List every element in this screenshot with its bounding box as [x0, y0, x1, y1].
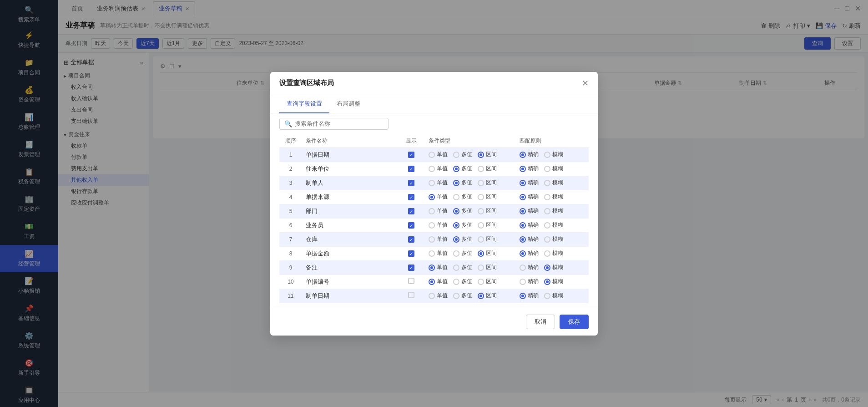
type-range-radio[interactable]: [478, 152, 484, 158]
match-exact-radio[interactable]: [520, 222, 526, 229]
match-exact-label[interactable]: 精确: [520, 151, 539, 158]
match-fuzzy-radio[interactable]: [544, 265, 550, 271]
type-multi-label[interactable]: 多值: [453, 193, 472, 201]
type-range-radio[interactable]: [478, 279, 484, 285]
show-checkbox[interactable]: ✓: [408, 265, 414, 271]
cell-show[interactable]: ✓: [398, 151, 425, 158]
type-single-radio[interactable]: [429, 250, 435, 257]
match-fuzzy-label[interactable]: 模糊: [544, 207, 563, 215]
type-multi-label[interactable]: 多值: [453, 235, 472, 243]
show-checkbox[interactable]: ✓: [408, 222, 414, 229]
show-checkbox[interactable]: ✓: [408, 194, 414, 200]
match-fuzzy-radio[interactable]: [544, 152, 550, 158]
show-checkbox[interactable]: ✓: [408, 236, 414, 243]
type-multi-label[interactable]: 多值: [453, 179, 472, 187]
match-fuzzy-label[interactable]: 模糊: [544, 221, 563, 229]
match-exact-label[interactable]: 精确: [520, 249, 539, 257]
type-multi-radio[interactable]: [453, 166, 459, 172]
type-range-radio[interactable]: [478, 293, 484, 299]
type-range-label[interactable]: 区间: [478, 193, 497, 201]
type-multi-radio[interactable]: [453, 194, 459, 200]
show-checkbox[interactable]: ✓: [408, 166, 414, 172]
type-single-label[interactable]: 单值: [429, 151, 448, 158]
type-single-radio[interactable]: [429, 222, 435, 229]
type-range-label[interactable]: 区间: [478, 207, 497, 215]
type-single-radio[interactable]: [429, 152, 435, 158]
match-fuzzy-radio[interactable]: [544, 293, 550, 299]
type-range-radio[interactable]: [478, 194, 484, 200]
match-fuzzy-radio[interactable]: [544, 236, 550, 243]
match-exact-radio[interactable]: [520, 208, 526, 214]
type-multi-label[interactable]: 多值: [453, 165, 472, 173]
match-exact-label[interactable]: 精确: [520, 165, 539, 173]
cell-show[interactable]: ✓: [398, 179, 425, 187]
type-range-radio[interactable]: [478, 236, 484, 243]
type-range-radio[interactable]: [478, 180, 484, 186]
type-single-label[interactable]: 单值: [429, 207, 448, 215]
type-single-radio[interactable]: [429, 166, 435, 172]
type-single-label[interactable]: 单值: [429, 193, 448, 201]
match-fuzzy-radio[interactable]: [544, 208, 550, 214]
match-exact-label[interactable]: 精确: [520, 221, 539, 229]
type-range-radio[interactable]: [478, 222, 484, 229]
type-range-label[interactable]: 区间: [478, 264, 497, 271]
show-checkbox[interactable]: ✓: [408, 250, 414, 257]
show-checkbox[interactable]: [408, 292, 414, 298]
match-fuzzy-label[interactable]: 模糊: [544, 264, 563, 271]
type-multi-label[interactable]: 多值: [453, 264, 472, 271]
match-exact-label[interactable]: 精确: [520, 179, 539, 187]
type-multi-label[interactable]: 多值: [453, 207, 472, 215]
type-single-label[interactable]: 单值: [429, 249, 448, 257]
type-single-label[interactable]: 单值: [429, 264, 448, 271]
type-range-label[interactable]: 区间: [478, 151, 497, 158]
type-range-radio[interactable]: [478, 166, 484, 172]
match-fuzzy-label[interactable]: 模糊: [544, 151, 563, 158]
cell-show[interactable]: ✓: [398, 222, 425, 229]
type-range-label[interactable]: 区间: [478, 249, 497, 257]
type-multi-radio[interactable]: [453, 152, 459, 158]
cell-show[interactable]: ✓: [398, 264, 425, 271]
type-range-radio[interactable]: [478, 265, 484, 271]
type-multi-radio[interactable]: [453, 293, 459, 299]
type-single-radio[interactable]: [429, 265, 435, 271]
match-fuzzy-label[interactable]: 模糊: [544, 165, 563, 173]
match-fuzzy-radio[interactable]: [544, 180, 550, 186]
modal-tab-query-fields[interactable]: 查询字段设置: [279, 95, 329, 113]
type-range-radio[interactable]: [478, 250, 484, 257]
type-single-radio[interactable]: [429, 180, 435, 186]
match-fuzzy-radio[interactable]: [544, 250, 550, 257]
match-fuzzy-label[interactable]: 模糊: [544, 235, 563, 243]
type-single-label[interactable]: 单值: [429, 221, 448, 229]
type-range-label[interactable]: 区间: [478, 165, 497, 173]
match-exact-radio[interactable]: [520, 180, 526, 186]
type-multi-radio[interactable]: [453, 250, 459, 257]
match-exact-label[interactable]: 精确: [520, 264, 539, 271]
match-exact-label[interactable]: 精确: [520, 207, 539, 215]
match-fuzzy-radio[interactable]: [544, 194, 550, 200]
match-exact-label[interactable]: 精确: [520, 193, 539, 201]
show-checkbox[interactable]: ✓: [408, 180, 414, 186]
match-fuzzy-label[interactable]: 模糊: [544, 292, 563, 300]
show-checkbox[interactable]: ✓: [408, 208, 414, 214]
cell-show[interactable]: [398, 292, 425, 300]
type-single-label[interactable]: 单值: [429, 235, 448, 243]
match-exact-radio[interactable]: [520, 194, 526, 200]
match-fuzzy-radio[interactable]: [544, 166, 550, 172]
type-range-label[interactable]: 区间: [478, 179, 497, 187]
type-multi-radio[interactable]: [453, 208, 459, 214]
cell-show[interactable]: ✓: [398, 193, 425, 201]
match-fuzzy-label[interactable]: 模糊: [544, 193, 563, 201]
type-multi-label[interactable]: 多值: [453, 249, 472, 257]
type-range-label[interactable]: 区间: [478, 221, 497, 229]
type-single-label[interactable]: 单值: [429, 292, 448, 300]
match-exact-label[interactable]: 精确: [520, 278, 539, 285]
type-single-radio[interactable]: [429, 279, 435, 285]
type-single-label[interactable]: 单值: [429, 179, 448, 187]
type-multi-radio[interactable]: [453, 265, 459, 271]
type-multi-label[interactable]: 多值: [453, 278, 472, 285]
cell-show[interactable]: [398, 278, 425, 285]
match-exact-label[interactable]: 精确: [520, 235, 539, 243]
type-multi-radio[interactable]: [453, 222, 459, 229]
match-exact-radio[interactable]: [520, 279, 526, 285]
match-exact-label[interactable]: 精确: [520, 292, 539, 300]
